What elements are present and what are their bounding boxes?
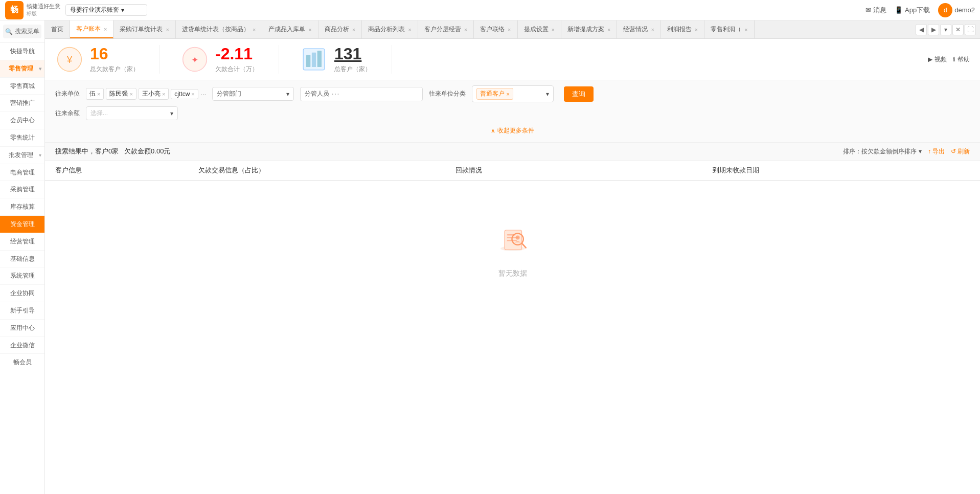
th-due-date: 到期未收款日期 [713,166,970,175]
sidebar-item-retail-stats[interactable]: 零售统计 [0,129,44,147]
system-label: 系统管理 [3,272,41,280]
tab-home[interactable]: 首页 [45,20,70,38]
stats-bar: ¥ 16 总欠款客户（家） ✦ [45,39,980,80]
tab-close-5[interactable]: × [352,27,355,33]
tab-close-all-button[interactable]: ✕ [952,24,964,35]
sidebar-item-marketing[interactable]: 营销推广 [0,95,44,112]
tab-close-9[interactable]: × [552,27,555,33]
type-filter-tag-close[interactable]: × [506,91,509,97]
dept-filter-select[interactable]: 分管部门 ▾ [212,87,294,101]
tab-new-commission[interactable]: 新增提成方案 × [561,20,617,38]
query-button[interactable]: 查询 [564,86,594,102]
tag-cjttcw-close[interactable]: × [191,91,194,97]
tab-business-situation[interactable]: 经营情况 × [617,20,660,38]
export-button[interactable]: ↑ 导出 [928,147,945,156]
filter-tag-chen: 陈民强 × [106,88,136,100]
sidebar-item-app-center[interactable]: 应用中心 [0,320,44,337]
sidebar-item-retail-management[interactable]: 零售管理 ▾ [0,60,44,78]
stat-label-debt-amount: 欠款合计（万） [215,65,258,74]
tab-incoming-stats[interactable]: 进货单统计表（按商品） × [176,20,262,38]
refresh-button[interactable]: ↺ 刷新 [951,147,970,156]
tag-chen-label: 陈民强 [109,89,128,98]
stat-card-debt-amount: ✦ -2.11 欠款合计（万） [180,45,279,74]
tab-close-13[interactable]: × [744,27,747,33]
sidebar-item-retail-mall[interactable]: 零售商城 [0,78,44,95]
sidebar-item-newbie[interactable]: 新手引导 [0,302,44,320]
filter-bar: 往来单位 伍 × 陈民强 × 王小亮 × [45,80,980,143]
sidebar-item-quick-nav[interactable]: 快捷导航 [0,43,44,60]
tab-prev-button[interactable]: ◀ [916,24,927,35]
sidebar-item-inventory[interactable]: 库存核算 [0,198,44,216]
tab-purchase-order-stats[interactable]: 采购订单统计表 × [113,20,175,38]
tab-close-3[interactable]: × [253,27,256,33]
table-header: 客户信息 欠款交易信息（占比） 回款情况 到期未收款日期 [45,161,980,181]
tab-customer-tier-label: 客户分层经营 [424,25,461,34]
account-selector[interactable]: 母婴行业演示账套 ▾ [65,4,147,16]
app-download-btn[interactable]: 📱 App下载 [895,6,930,15]
search-result-text: 搜索结果中，客户0家 欠款金额0.00元 [55,147,170,155]
tab-home-label: 首页 [51,25,63,34]
balance-filter-select[interactable]: 选择... ▾ [86,106,178,120]
help-button[interactable]: ℹ 帮助 [953,55,970,64]
sidebar-item-member[interactable]: 畅会员 [0,354,44,371]
sidebar-item-enterprise[interactable]: 企业协同 [0,285,44,302]
tab-expand-button[interactable]: ⛶ [965,24,976,35]
person-filter-label: 分管人员 [305,89,329,98]
video-help-button[interactable]: ▶ 视频 [928,55,947,64]
tab-customer-ledger[interactable]: 客户账本 × [70,20,113,38]
filter-row-1: 往来单位 伍 × 陈民强 × 王小亮 × [55,85,970,102]
tab-close-7[interactable]: × [464,27,467,33]
tab-product-entry[interactable]: 产成品入库单 × [262,20,318,38]
video-label: 视频 [935,55,947,64]
tab-close-customer-ledger[interactable]: × [104,26,107,32]
sort-selector[interactable]: 排序：按欠款金额倒序排序 ▾ [843,147,922,156]
sidebar-item-finance[interactable]: 资金管理 [0,216,44,233]
tab-customer-tier[interactable]: 客户分层经营 × [418,20,474,38]
tag-wang-close[interactable]: × [162,91,165,97]
sidebar-item-basic-info[interactable]: 基础信息 [0,251,44,268]
tab-profit-report[interactable]: 利润报告 × [661,20,704,38]
tab-retail-profit[interactable]: 零售利润（ × [704,20,754,38]
tag-chen-close[interactable]: × [129,91,132,97]
more-tags-btn[interactable]: ··· [200,90,207,98]
filter-tag-wang: 王小亮 × [139,88,169,100]
tab-close-4[interactable]: × [308,27,311,33]
type-filter-label: 往来单位分类 [429,89,466,98]
stat-value-debt-amount: -2.11 [215,46,258,62]
member-center-label: 会员中心 [3,116,41,125]
person-filter-dots[interactable]: ··· [331,89,339,99]
top-bar: 畅 畅捷通好生意 标版 母婴行业演示账套 ▾ ✉ 消息 📱 App下载 d de… [0,0,980,20]
tab-commission-setting[interactable]: 提成设置 × [518,20,561,38]
tab-close-2[interactable]: × [166,27,169,33]
type-filter-select[interactable]: 普通客户 × ▾ [472,85,554,102]
tab-product-analysis[interactable]: 商品分析 × [318,20,362,38]
tab-menu-button[interactable]: ▾ [940,24,951,35]
tag-wu-close[interactable]: × [97,91,100,97]
search-menu-button[interactable]: 🔍 搜索菜单 [3,25,41,38]
collapse-up-icon: ∧ [491,127,495,134]
tab-product-analysis-list[interactable]: 商品分析列表 × [362,20,418,38]
tab-next-button[interactable]: ▶ [928,24,939,35]
tab-close-11[interactable]: × [651,27,654,33]
tab-nav-buttons: ◀ ▶ ▾ ✕ ⛶ [911,24,980,35]
data-table: 客户信息 欠款交易信息（占比） 回款情况 到期未收款日期 [45,161,980,319]
sidebar-item-operations[interactable]: 经营管理 [0,233,44,251]
sidebar-item-system[interactable]: 系统管理 [0,267,44,285]
tab-close-8[interactable]: × [508,27,511,33]
th-payment: 回款情况 [455,166,713,175]
tab-customer-contact[interactable]: 客户联络 × [474,20,517,38]
sidebar-item-ecommerce[interactable]: 电商管理 [0,164,44,182]
user-area[interactable]: d demo2 [938,3,975,17]
message-btn[interactable]: ✉ 消息 [865,6,886,15]
tab-retail-profit-label: 零售利润（ [711,25,741,34]
tab-close-12[interactable]: × [695,27,698,33]
type-filter-tag: 普通客户 × [476,88,513,100]
sidebar-item-member-center[interactable]: 会员中心 [0,112,44,129]
sidebar-item-wechat[interactable]: 企业微信 [0,337,44,354]
collapse-button[interactable]: ∧ 收起更多条件 [491,124,534,137]
person-filter-select[interactable]: 分管人员 ··· [300,87,423,101]
sidebar-item-purchase[interactable]: 采购管理 [0,181,44,198]
sidebar-item-wholesale[interactable]: 批发管理 ▾ [0,147,44,164]
tab-close-10[interactable]: × [607,27,610,33]
tab-close-6[interactable]: × [408,27,411,33]
